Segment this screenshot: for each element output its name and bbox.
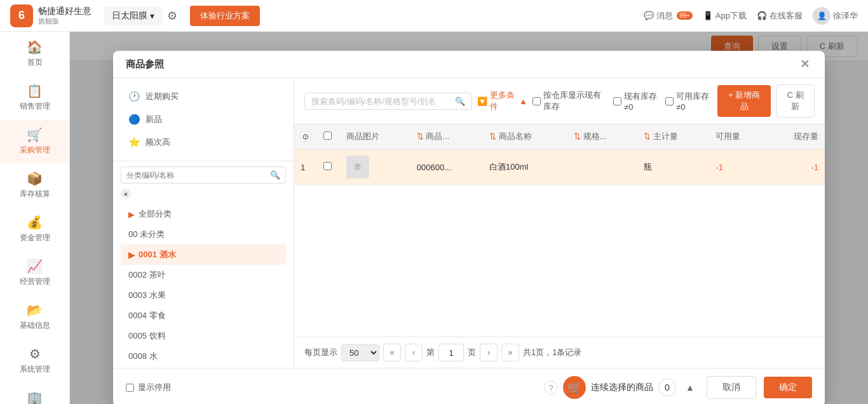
cart-icon[interactable]: 🛒 [563, 376, 586, 399]
filter-icon: 🔽 [477, 97, 487, 106]
dialog-footer: 显示停用 ? 🛒 连续选择的商品 0 ▲ 取消 确定 [113, 368, 825, 404]
sidebar-item-enterprise[interactable]: 🏢 企业协同 [0, 382, 69, 404]
sidebar-item-operation[interactable]: 📈 经营管理 [0, 251, 69, 295]
settings-icon[interactable]: ⚙ [162, 6, 182, 26]
trial-button[interactable]: 体验行业方案 [190, 6, 260, 26]
page-last-button[interactable]: » [501, 344, 519, 361]
row-checkbox[interactable] [323, 162, 332, 170]
sidebar-item-basic[interactable]: 📂 基础信息 [0, 295, 69, 339]
page-size-select[interactable]: 50 100 200 [341, 344, 379, 361]
col-available: 可用量 [709, 125, 767, 149]
pagination: 每页显示 50 100 200 « ‹ 第 页 › [294, 337, 825, 368]
col-spec[interactable]: ⇅ 规格... [567, 125, 637, 149]
dialog-title: 商品参照 [126, 58, 164, 71]
basic-icon: 📂 [27, 302, 43, 318]
nav-right: 💬 消息 99+ 📱 App下载 🎧 在线客服 👤 徐泽华 [644, 7, 858, 25]
top-nav: 6 畅捷通好生意 旗舰版 日太阳膜 ▾ ⚙ 体验行业方案 💬 消息 99+ 📱 … [0, 0, 868, 32]
product-available: -1 [709, 149, 767, 185]
page-first-button[interactable]: « [383, 344, 401, 361]
search-icon[interactable]: 🔍 [455, 97, 465, 106]
sort-icon-spec: ⇅ [574, 131, 581, 141]
confirm-button[interactable]: 确定 [764, 377, 812, 398]
category-search-icon: 🔍 [270, 170, 280, 180]
product-code: 000600... [410, 149, 483, 185]
sidebar-item-finance[interactable]: 💰 资金管理 [0, 207, 69, 251]
show-disabled-checkbox[interactable]: 显示停用 [126, 382, 171, 393]
col-code[interactable]: ⇅ 商品... [410, 125, 483, 149]
nav-item-frequent[interactable]: ⭐ 频次高 [121, 131, 286, 153]
notifications-button[interactable]: 💬 消息 99+ [644, 10, 693, 22]
sidebar-item-inventory[interactable]: 📦 库存核算 [0, 163, 69, 207]
cart-collapse-button[interactable]: ▲ [681, 379, 699, 396]
notif-badge: 99+ [677, 11, 693, 20]
product-thumbnail: 图 [346, 156, 369, 178]
nav-item-recent[interactable]: 🕐 近期购买 [121, 86, 286, 107]
nonzero-stock-checkbox[interactable]: 现有库存≠0 [613, 91, 660, 112]
online-service-button[interactable]: 🎧 在线客服 [757, 10, 803, 22]
category-search-input[interactable] [126, 171, 268, 180]
footer-cart: ? 🛒 连续选择的商品 0 ▲ [544, 376, 699, 399]
purchase-icon: 🛒 [27, 127, 43, 142]
left-panel-nav: 🕐 近期购买 🔵 新品 ⭐ 频次高 [113, 86, 294, 161]
product-table: ⚙ 商品图片 [294, 125, 825, 185]
collapse-nav-button[interactable]: « [121, 189, 131, 199]
right-panel: 🔍 🔽 更多条件 ▲ 按仓库显示现有库存 [294, 78, 825, 368]
sidebar-item-sales[interactable]: 📋 销售管理 [0, 76, 69, 119]
category-expand-icon: ▶ [128, 210, 135, 219]
headset-icon: 🎧 [757, 11, 767, 20]
left-panel: 🕐 近期购买 🔵 新品 ⭐ 频次高 [113, 78, 294, 368]
dialog-close-button[interactable]: ✕ [797, 57, 812, 72]
sort-icon-code: ⇅ [417, 131, 424, 141]
sidebar-item-purchase[interactable]: 🛒 采购管理 [0, 119, 69, 163]
cart-label: 连续选择的商品 [591, 382, 653, 393]
user-profile[interactable]: 👤 徐泽华 [813, 7, 858, 25]
logo-text: 畅捷通好生意 [38, 5, 92, 17]
add-product-button[interactable]: + 新增商品 [717, 85, 771, 117]
operation-icon: 📈 [27, 259, 43, 274]
inventory-icon: 📦 [27, 171, 43, 186]
category-item-0008[interactable]: 0008 水 [121, 346, 286, 360]
table-row[interactable]: 1 图 000600... 白酒100ml 瓶 [294, 149, 825, 185]
select-all-checkbox[interactable] [323, 131, 332, 140]
filter-up-icon: ▲ [519, 97, 527, 106]
toolbar: 🔍 🔽 更多条件 ▲ 按仓库显示现有库存 [294, 78, 825, 125]
settings-col-icon[interactable]: ⚙ [301, 131, 311, 142]
category-item-0005[interactable]: 0005 饮料 [121, 326, 286, 346]
page-number-input[interactable] [438, 344, 464, 361]
category-item-00[interactable]: 00 未分类 [121, 224, 286, 245]
bell-icon: 💬 [644, 11, 654, 20]
dialog-body: 🕐 近期购买 🔵 新品 ⭐ 频次高 [113, 78, 825, 368]
home-icon: 🏠 [27, 39, 43, 55]
warehouse-stock-checkbox[interactable]: 按仓库显示现有库存 [532, 90, 608, 112]
category-item-0001[interactable]: ▶ 0001 酒水 [121, 245, 286, 265]
page-next-button[interactable]: › [480, 344, 498, 361]
system-icon: ⚙ [29, 346, 41, 361]
col-name[interactable]: ⇅ 商品名称 [483, 125, 567, 149]
category-item-0002[interactable]: 0002 茶叶 [121, 265, 286, 285]
help-icon[interactable]: ? [544, 380, 558, 394]
star-icon: ⭐ [128, 137, 140, 148]
category-list: ▶ 全部分类 00 未分类 ▶ 0001 酒水 0002 茶 [113, 199, 294, 360]
search-wrap: 🔍 [304, 93, 472, 110]
available-stock-checkbox[interactable]: 可用库存≠0 [665, 91, 712, 112]
refresh-dialog-button[interactable]: C 刷新 [776, 84, 815, 118]
nav-item-new[interactable]: 🔵 新品 [121, 109, 286, 130]
category-item-0004[interactable]: 0004 零食 [121, 306, 286, 326]
row-index: 1 [294, 149, 317, 185]
filter-button[interactable]: 🔽 更多条件 ▲ [477, 90, 527, 112]
product-search-input[interactable] [311, 97, 451, 106]
sidebar-item-system[interactable]: ⚙ 系统管理 [0, 339, 69, 382]
app-download-button[interactable]: 📱 App下载 [703, 10, 747, 22]
page-prev-button[interactable]: ‹ [405, 344, 423, 361]
enterprise-icon: 🏢 [27, 390, 43, 404]
cancel-button[interactable]: 取消 [707, 376, 756, 399]
col-unit[interactable]: ⇅ 主计量 [637, 125, 709, 149]
dialog-header: 商品参照 ✕ [113, 51, 825, 78]
sidebar-item-home[interactable]: 🏠 首页 [0, 32, 69, 76]
category-item-all[interactable]: ▶ 全部分类 [121, 204, 286, 224]
category-item-0003[interactable]: 0003 水果 [121, 285, 286, 306]
product-spec [567, 149, 637, 185]
company-selector[interactable]: 日太阳膜 ▾ [104, 6, 162, 25]
logo-area: 6 畅捷通好生意 旗舰版 [10, 4, 92, 27]
sort-icon-name: ⇅ [489, 131, 496, 141]
